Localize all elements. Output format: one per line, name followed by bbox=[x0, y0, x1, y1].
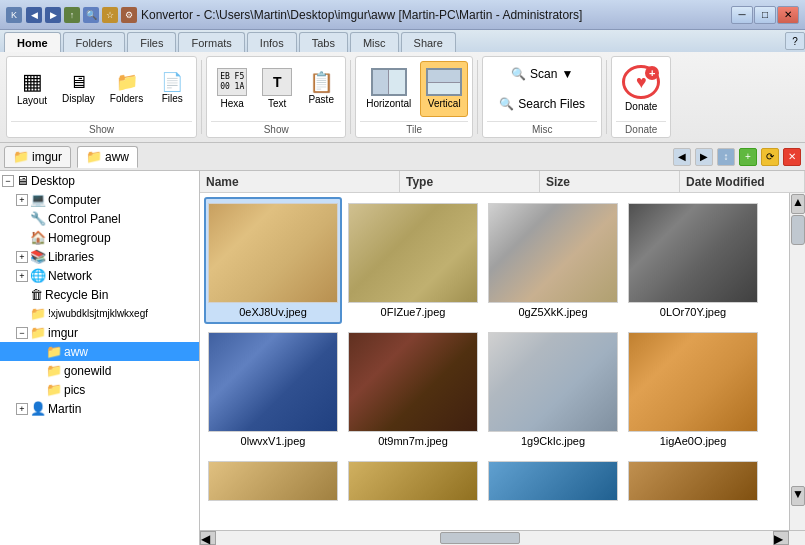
search-files-button[interactable]: 🔍 Search Files bbox=[487, 91, 597, 117]
sidebar-item-network[interactable]: + 🌐 Network bbox=[0, 266, 199, 285]
thumb-label-1: 0FIZue7.jpeg bbox=[381, 306, 446, 318]
layout-button[interactable]: ▦ Layout bbox=[11, 61, 53, 117]
sidebar-item-longname[interactable]: 📁 !xjwubdklsjtmjklwkxegf bbox=[0, 304, 199, 323]
file-item-p1[interactable] bbox=[204, 455, 342, 507]
help-button[interactable]: ? bbox=[785, 32, 805, 50]
scan-button[interactable]: 🔍 Scan ▼ bbox=[487, 61, 597, 87]
file-item-6[interactable]: 1g9CkIc.jpeg bbox=[484, 326, 622, 453]
col-type[interactable]: Type bbox=[400, 171, 540, 192]
file-item-p4[interactable] bbox=[624, 455, 762, 507]
file-item-5[interactable]: 0t9mn7m.jpeg bbox=[344, 326, 482, 453]
col-name[interactable]: Name bbox=[200, 171, 400, 192]
text-label: Text bbox=[268, 98, 286, 110]
tab-share[interactable]: Share bbox=[401, 32, 456, 52]
sep1 bbox=[201, 60, 202, 134]
sidebar-item-pics[interactable]: 📁 pics bbox=[0, 380, 199, 399]
close-button[interactable]: ✕ bbox=[777, 6, 799, 24]
sidebar-item-martin[interactable]: + 👤 Martin bbox=[0, 399, 199, 418]
file-item-2[interactable]: 0gZ5XkK.jpeg bbox=[484, 197, 622, 324]
desktop-label: Desktop bbox=[31, 174, 75, 188]
files-button[interactable]: 📄 Files bbox=[152, 61, 192, 117]
imgur-tab[interactable]: 📁 imgur bbox=[4, 146, 71, 168]
expand-network[interactable]: + bbox=[16, 270, 28, 282]
col-size[interactable]: Size bbox=[540, 171, 680, 192]
file-item-4[interactable]: 0lwvxV1.jpeg bbox=[204, 326, 342, 453]
tab-controls[interactable]: ◀ ▶ ↕ + ⟳ ✕ bbox=[673, 148, 801, 166]
file-item-1[interactable]: 0FIZue7.jpeg bbox=[344, 197, 482, 324]
tab-refresh[interactable]: ⟳ bbox=[761, 148, 779, 166]
vertical-button[interactable]: Vertical bbox=[420, 61, 468, 117]
martin-label: Martin bbox=[48, 402, 81, 416]
pics-icon: 📁 bbox=[46, 382, 62, 397]
vertical-scrollbar[interactable]: ▲ ▼ bbox=[789, 193, 805, 530]
tab-formats[interactable]: Formats bbox=[178, 32, 244, 52]
file-item-p2[interactable] bbox=[344, 455, 482, 507]
sidebar-item-desktop[interactable]: − 🖥 Desktop bbox=[0, 171, 199, 190]
paste-icon: 📋 bbox=[309, 72, 334, 92]
aww-tab[interactable]: 📁 aww bbox=[77, 146, 138, 168]
thumb-img-p4 bbox=[628, 461, 758, 501]
file-item-0[interactable]: 0eXJ8Uv.jpeg bbox=[204, 197, 342, 324]
tab-infos[interactable]: Infos bbox=[247, 32, 297, 52]
paste-button[interactable]: 📋 Paste bbox=[301, 61, 341, 117]
horizontal-label: Horizontal bbox=[366, 98, 411, 110]
search-files-icon: 🔍 bbox=[499, 97, 514, 111]
recycle-bin-label: Recycle Bin bbox=[45, 288, 108, 302]
tab-add[interactable]: + bbox=[739, 148, 757, 166]
tab-close[interactable]: ✕ bbox=[783, 148, 801, 166]
sidebar-item-control-panel[interactable]: 🔧 Control Panel bbox=[0, 209, 199, 228]
scroll-up-btn[interactable]: ▲ bbox=[791, 194, 805, 214]
tab-files[interactable]: Files bbox=[127, 32, 176, 52]
aww-folder-icon: 📁 bbox=[86, 149, 102, 164]
tab-sort[interactable]: ↕ bbox=[717, 148, 735, 166]
expand-libraries[interactable]: + bbox=[16, 251, 28, 263]
expand-imgur[interactable]: − bbox=[16, 327, 28, 339]
hexa-button[interactable]: EB F500 1A Hexa bbox=[211, 61, 253, 117]
scroll-thumb[interactable] bbox=[791, 215, 805, 245]
file-pane: 0eXJ8Uv.jpeg 0FIZue7.jpeg 0gZ5XkK.jpeg bbox=[200, 193, 789, 530]
file-item-7[interactable]: 1igAe0O.jpeg bbox=[624, 326, 762, 453]
tab-misc[interactable]: Misc bbox=[350, 32, 399, 52]
col-date[interactable]: Date Modified bbox=[680, 171, 805, 192]
text-button[interactable]: T Text bbox=[256, 61, 298, 117]
sidebar: − 🖥 Desktop + 💻 Computer 🔧 Control Panel… bbox=[0, 171, 200, 545]
minimize-button[interactable]: ─ bbox=[731, 6, 753, 24]
hscroll-left-btn[interactable]: ◀ bbox=[200, 531, 216, 545]
sidebar-item-homegroup[interactable]: 🏠 Homegroup bbox=[0, 228, 199, 247]
search-files-label: Search Files bbox=[518, 97, 585, 111]
thumb-img-6 bbox=[488, 332, 618, 432]
network-icon: 🌐 bbox=[30, 268, 46, 283]
maximize-button[interactable]: □ bbox=[754, 6, 776, 24]
sidebar-item-imgur[interactable]: − 📁 imgur bbox=[0, 323, 199, 342]
tab-folders[interactable]: Folders bbox=[63, 32, 126, 52]
horizontal-button[interactable]: Horizontal bbox=[360, 61, 417, 117]
sidebar-item-gonewild[interactable]: 📁 gonewild bbox=[0, 361, 199, 380]
sidebar-item-computer[interactable]: + 💻 Computer bbox=[0, 190, 199, 209]
tab-nav-left[interactable]: ◀ bbox=[673, 148, 691, 166]
tab-tabs[interactable]: Tabs bbox=[299, 32, 348, 52]
tab-nav-right[interactable]: ▶ bbox=[695, 148, 713, 166]
scroll-down-btn[interactable]: ▼ bbox=[791, 486, 805, 506]
file-item-3[interactable]: 0LOr70Y.jpeg bbox=[624, 197, 762, 324]
aww-tab-label: aww bbox=[105, 150, 129, 164]
hscroll-right-btn[interactable]: ▶ bbox=[773, 531, 789, 545]
gonewild-icon: 📁 bbox=[46, 363, 62, 378]
folders-button[interactable]: 📁 Folders bbox=[104, 61, 149, 117]
expand-martin[interactable]: + bbox=[16, 403, 28, 415]
column-header: Name Type Size Date Modified bbox=[200, 171, 805, 193]
tab-home-active[interactable]: Home bbox=[4, 32, 61, 52]
expand-computer[interactable]: + bbox=[16, 194, 28, 206]
hscroll-thumb[interactable] bbox=[440, 532, 520, 544]
expand-desktop[interactable]: − bbox=[2, 175, 14, 187]
control-panel-icon: 🔧 bbox=[30, 211, 46, 226]
window-controls[interactable]: ─ □ ✕ bbox=[731, 6, 799, 24]
files-icon: 📄 bbox=[161, 73, 183, 91]
sidebar-item-libraries[interactable]: + 📚 Libraries bbox=[0, 247, 199, 266]
file-item-p3[interactable] bbox=[484, 455, 622, 507]
display-button[interactable]: 🖥 Display bbox=[56, 61, 101, 117]
sidebar-item-aww[interactable]: 📁 aww bbox=[0, 342, 199, 361]
donate-button[interactable]: ♥ + Donate bbox=[616, 61, 666, 117]
sidebar-item-recycle-bin[interactable]: 🗑 Recycle Bin bbox=[0, 285, 199, 304]
thumb-area: 0eXJ8Uv.jpeg 0FIZue7.jpeg 0gZ5XkK.jpeg bbox=[200, 193, 805, 530]
files-label: Files bbox=[162, 93, 183, 105]
